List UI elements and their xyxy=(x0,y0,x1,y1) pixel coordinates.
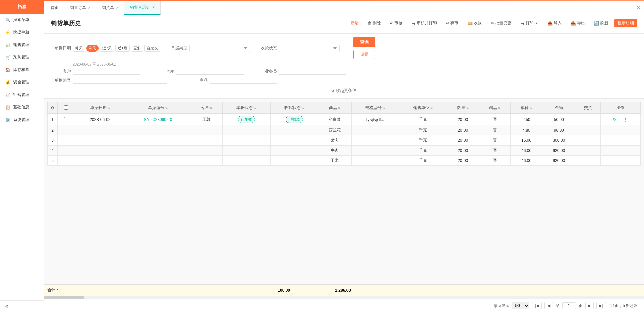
th-doc-status[interactable]: 单据状态⇅ xyxy=(222,102,270,114)
date-label: 单据日期 xyxy=(51,45,71,51)
sort-icon: ⇅ xyxy=(165,106,168,110)
tab-sales-order-close[interactable]: ✕ xyxy=(88,6,91,10)
th-spec[interactable]: 规格型号⇅ xyxy=(351,102,399,114)
date-btn-1month[interactable]: 近1月 xyxy=(115,45,130,52)
sidebar-bottom-settings[interactable]: ⚙ xyxy=(0,301,44,312)
scrollbar-thumb[interactable] xyxy=(44,296,84,299)
print-button[interactable]: 🖨 打印 ▼ xyxy=(517,19,541,27)
tab-home[interactable]: 首页 xyxy=(44,1,64,15)
sidebar-item-purchase-mgmt[interactable]: 🛒 采购管理 xyxy=(0,51,44,63)
doc-type-select[interactable] xyxy=(189,45,250,52)
last-page-button[interactable]: ▶| xyxy=(596,302,606,309)
payment-status-select[interactable] xyxy=(279,45,340,52)
doc-status-cell xyxy=(222,125,270,135)
th-doc-date[interactable]: 单据日期⇅ xyxy=(75,102,125,114)
tab-sales-history-close[interactable]: ✕ xyxy=(152,6,155,9)
sort-icon: ⇅ xyxy=(209,106,212,110)
sidebar-item-search-menu[interactable]: 🔍 搜索菜单 xyxy=(0,14,44,26)
customer-input[interactable] xyxy=(73,68,140,75)
row-checkbox[interactable] xyxy=(64,117,68,121)
abandon-button[interactable]: ↩ 弃审 xyxy=(443,19,461,27)
sidebar-item-label: 库存核算 xyxy=(13,67,29,73)
sales-icon: 📊 xyxy=(5,42,10,48)
tab-sales-delivery[interactable]: 销货单 ✕ xyxy=(96,1,124,15)
doc-num-cell xyxy=(125,146,191,156)
tab-sales-order[interactable]: 销售订单 ✕ xyxy=(64,1,96,15)
sidebar-item-basic-info[interactable]: 📋 基础信息 xyxy=(0,101,44,113)
th-product[interactable]: 商品⇅ xyxy=(318,102,351,114)
sort-icon: ⇅ xyxy=(382,106,385,110)
show-details-button[interactable]: 显示明细 xyxy=(614,19,637,27)
doc-num-link[interactable]: SA-20230602-0 xyxy=(144,117,172,122)
amount-cell: 300.00 xyxy=(542,135,576,146)
collect-button[interactable]: 💴 收款 xyxy=(465,19,484,27)
doc-num-input[interactable] xyxy=(73,77,167,84)
page-title-row: 销货单历史 + 新增 🗑 删除 ✔ 审核 🖨 审核并打印 xyxy=(51,19,637,27)
sidebar-item-sales-mgmt[interactable]: 📊 销售管理 xyxy=(0,38,44,51)
customer-cell xyxy=(191,146,222,156)
tab-sales-history[interactable]: 销货单历史 ✕ xyxy=(124,1,161,15)
collapse-button[interactable]: ∧ 收起更条件 xyxy=(332,86,356,95)
date-btn-custom[interactable]: 自定义 xyxy=(144,45,160,52)
sidebar-item-business-mgmt[interactable]: 📈 经营管理 xyxy=(0,88,44,101)
set-button[interactable]: 设置 xyxy=(353,50,375,59)
toolbar: + 新增 🗑 删除 ✔ 审核 🖨 审核并打印 ↩ 弃审 xyxy=(344,19,637,27)
product-dots[interactable]: ··· xyxy=(280,78,284,83)
more-icon[interactable]: ⋮⋮ xyxy=(619,117,628,122)
row-num-cell: 3 xyxy=(48,135,58,146)
transaction-cell xyxy=(576,125,600,135)
date-btn-today[interactable]: 今天 xyxy=(86,45,99,52)
app-logo: 拓嘉 xyxy=(0,0,44,14)
refresh-button[interactable]: 🔄 刷新 xyxy=(591,19,611,27)
export-button[interactable]: 📤 导出 xyxy=(568,19,588,27)
date-btn-7days[interactable]: 近7天 xyxy=(100,45,114,52)
th-payment-status[interactable]: 收款状态⇅ xyxy=(270,102,318,114)
prev-page-button[interactable]: ◀ xyxy=(544,302,553,309)
scrollbar-area[interactable] xyxy=(44,296,644,299)
date-btn-yesterday[interactable]: 昨天 xyxy=(73,45,85,52)
batch-change-button[interactable]: ✏ 批量变更 xyxy=(488,19,514,27)
date-btn-more[interactable]: 更多 xyxy=(131,45,143,52)
sidebar-item-system-mgmt[interactable]: ⚙️ 系统管理 xyxy=(0,113,44,126)
customer-dots[interactable]: ··· xyxy=(143,69,147,74)
warehouse-dots[interactable]: ··· xyxy=(246,69,250,74)
first-page-button[interactable]: |◀ xyxy=(532,302,541,309)
new-button[interactable]: + 新增 xyxy=(344,19,361,27)
page-label: 第 xyxy=(556,303,560,309)
th-gift[interactable]: 赠品⇅ xyxy=(479,102,510,114)
import-button[interactable]: 📥 导入 xyxy=(544,19,564,27)
gift-cell: 否 xyxy=(479,135,510,146)
filter-product: 商品 ··· xyxy=(188,77,284,84)
th-doc-num[interactable]: 单据编号⇅ xyxy=(125,102,191,114)
close-all-tabs[interactable]: ✕ xyxy=(636,5,641,11)
th-unit-price[interactable]: 单价⇅ xyxy=(510,102,542,114)
delete-button[interactable]: 🗑 删除 xyxy=(365,19,384,27)
tab-sales-delivery-close[interactable]: ✕ xyxy=(116,6,119,10)
edit-icon[interactable]: ✎ xyxy=(613,117,617,122)
th-qty[interactable]: 数量⇅ xyxy=(447,102,479,114)
delete-icon: 🗑 xyxy=(367,21,372,26)
sidebar-item-quick-nav[interactable]: ⚡ 快捷导航 xyxy=(0,26,44,38)
next-page-button[interactable]: ▶ xyxy=(585,302,594,309)
salesperson-input[interactable] xyxy=(279,68,346,75)
audit-button[interactable]: ✔ 审核 xyxy=(387,19,405,27)
row-num-cell: 5 xyxy=(48,156,58,166)
page-number-input[interactable] xyxy=(562,302,576,309)
sidebar-item-finance-mgmt[interactable]: 💰 资金管理 xyxy=(0,76,44,88)
th-gear[interactable]: ⚙ xyxy=(48,102,58,114)
payment-status-badge: 已收款 xyxy=(286,116,303,123)
product-input[interactable] xyxy=(210,77,277,84)
warehouse-input[interactable] xyxy=(176,68,244,75)
salesperson-dots[interactable]: ··· xyxy=(349,69,353,74)
audit-print-button[interactable]: 🖨 审核并打印 xyxy=(409,19,440,27)
sidebar-item-inventory-calc[interactable]: 🏠 库存核算 xyxy=(0,63,44,76)
th-customer[interactable]: 客户⇅ xyxy=(191,102,222,114)
doc-status-cell xyxy=(222,146,270,156)
query-button[interactable]: 查询 xyxy=(353,37,375,47)
select-all-checkbox[interactable] xyxy=(64,105,68,110)
payment-status-cell xyxy=(270,156,318,166)
th-unit[interactable]: 销售单位⇅ xyxy=(399,102,447,114)
per-page-select[interactable]: 50 100 200 xyxy=(512,302,529,309)
refresh-icon: 🔄 xyxy=(594,21,599,26)
doc-num-cell xyxy=(125,156,191,166)
